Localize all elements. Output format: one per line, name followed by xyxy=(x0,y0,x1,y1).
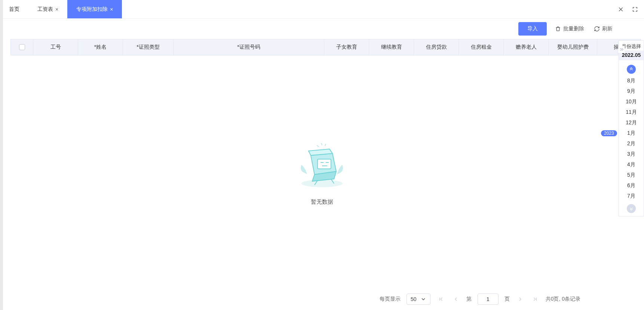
tab-label: 专项附加扣除 xyxy=(76,6,108,13)
column-header-child-edu: 子女教育 xyxy=(324,39,369,55)
empty-state: 暂无数据 xyxy=(0,55,644,288)
chevron-down-double-icon xyxy=(629,206,634,211)
chevron-up-double-icon xyxy=(629,67,634,72)
chevron-first-icon xyxy=(438,296,444,302)
per-page-select[interactable]: 50 xyxy=(407,294,430,305)
tab-label: 工资表 xyxy=(37,6,53,13)
toolbar: 导入 批量删除 刷新 xyxy=(0,19,644,39)
month-item[interactable]: 11月 xyxy=(619,108,644,116)
fullscreen-button[interactable] xyxy=(629,3,641,15)
svg-line-10 xyxy=(317,145,319,147)
month-scroll-down-button[interactable] xyxy=(627,204,636,213)
empty-text: 暂无数据 xyxy=(311,198,333,206)
svg-rect-4 xyxy=(318,159,331,169)
column-checkbox xyxy=(11,39,33,55)
chevron-right-double-icon xyxy=(619,47,624,52)
table-header: 工号 *姓名 *证照类型 *证照号码 子女教育 继续教育 住房贷款 住房租金 赡… xyxy=(10,39,641,55)
column-header-continue-edu: 继续教育 xyxy=(369,39,414,55)
refresh-button[interactable]: 刷新 xyxy=(592,23,614,34)
collapse-button[interactable] xyxy=(618,46,625,53)
tab-special-deduction[interactable]: 专项附加扣除 × xyxy=(67,0,122,18)
tab-label: 首页 xyxy=(9,6,19,13)
tab-home[interactable]: 首页 xyxy=(0,0,28,18)
column-header-id: 工号 xyxy=(33,39,78,55)
month-item[interactable]: 3月 xyxy=(619,150,644,158)
month-item[interactable]: 7月 xyxy=(619,192,644,200)
svg-line-11 xyxy=(321,143,322,145)
svg-line-12 xyxy=(325,144,326,146)
column-header-housing-loan: 住房贷款 xyxy=(414,39,459,55)
refresh-icon xyxy=(594,26,600,32)
close-all-tabs-button[interactable] xyxy=(615,3,627,15)
content: 工号 *姓名 *证照类型 *证照号码 子女教育 继续教育 住房贷款 住房租金 赡… xyxy=(0,39,644,310)
month-item[interactable]: 9月 xyxy=(619,87,644,95)
page-suffix: 页 xyxy=(505,296,510,303)
close-icon[interactable]: × xyxy=(110,6,113,12)
trash-icon xyxy=(555,26,561,32)
close-icon xyxy=(618,6,624,12)
column-header-elderly: 赡养老人 xyxy=(504,39,549,55)
import-button[interactable]: 导入 xyxy=(518,22,547,36)
month-item[interactable]: 1月2023 xyxy=(619,129,644,137)
per-page-label: 每页显示 xyxy=(380,296,401,303)
column-header-id-no: *证照号码 xyxy=(174,39,324,55)
page-prefix: 第 xyxy=(466,296,472,303)
next-page-button[interactable] xyxy=(516,295,525,304)
chevron-last-icon xyxy=(532,296,538,302)
month-item[interactable]: 2月 xyxy=(619,140,644,148)
select-all-checkbox[interactable] xyxy=(19,44,25,50)
chevron-right-icon xyxy=(517,296,523,302)
pagination: 每页显示 50 第 页 共0页, 0条记录 xyxy=(0,288,644,310)
button-label: 导入 xyxy=(527,25,538,31)
close-icon[interactable]: × xyxy=(55,6,58,12)
month-item[interactable]: 4月 xyxy=(619,161,644,169)
column-header-id-type: *证照类型 xyxy=(123,39,174,55)
month-item[interactable]: 12月 xyxy=(619,119,644,127)
pagination-summary: 共0页, 0条记录 xyxy=(546,296,580,303)
month-list: 8月9月10月11月12月1月20232月3月4月5月6月7月 xyxy=(619,77,644,203)
batch-delete-button[interactable]: 批量删除 xyxy=(553,23,586,34)
empty-illustration-icon xyxy=(292,139,352,191)
button-label: 批量删除 xyxy=(563,25,584,32)
fullscreen-icon xyxy=(632,6,638,12)
chevron-left-icon xyxy=(453,296,459,302)
button-label: 刷新 xyxy=(602,25,613,32)
chevron-down-icon xyxy=(420,296,426,302)
year-badge: 2023 xyxy=(601,130,617,136)
column-header-housing-rent: 住房租金 xyxy=(459,39,504,55)
month-item[interactable]: 5月 xyxy=(619,171,644,179)
column-header-infant: 婴幼儿照护费 xyxy=(549,39,597,55)
tab-bar: 首页 工资表 × 专项附加扣除 × xyxy=(0,0,644,19)
prev-page-button[interactable] xyxy=(451,295,460,304)
column-header-name: *姓名 xyxy=(78,39,123,55)
tabbar-spacer xyxy=(122,0,615,18)
month-item[interactable]: 10月 xyxy=(619,98,644,106)
last-page-button[interactable] xyxy=(531,295,540,304)
first-page-button[interactable] xyxy=(436,295,445,304)
tabbar-actions xyxy=(615,0,644,18)
month-item[interactable]: 6月 xyxy=(619,182,644,190)
tab-salary[interactable]: 工资表 × xyxy=(28,0,67,18)
app-root: 首页 工资表 × 专项附加扣除 × 导入 批量删除 xyxy=(0,0,644,310)
per-page-value: 50 xyxy=(411,296,417,302)
svg-point-0 xyxy=(301,180,343,187)
month-picker: 月份选择 2022.05 8月9月10月11月12月1月20232月3月4月5月… xyxy=(619,40,644,216)
month-scroll-up-button[interactable] xyxy=(627,65,636,74)
month-item[interactable]: 8月 xyxy=(619,77,644,85)
page-input[interactable] xyxy=(478,294,499,305)
